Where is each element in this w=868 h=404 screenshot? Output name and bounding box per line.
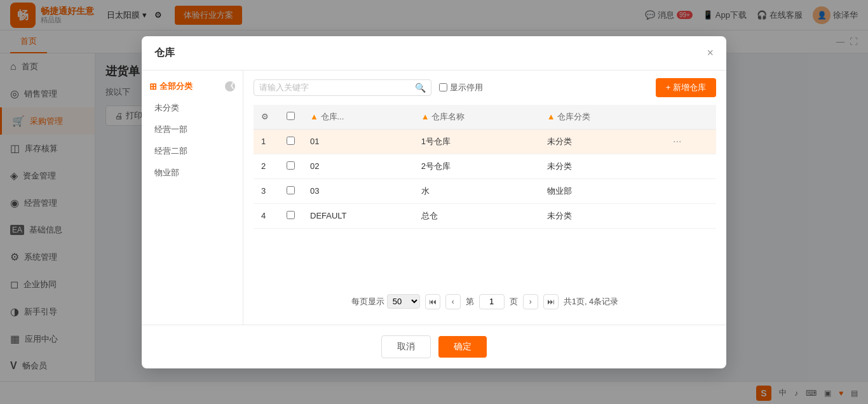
row1-checkbox-cell	[279, 129, 302, 154]
row1-more-btn[interactable]: ···	[673, 136, 681, 147]
table-toolbar: 🔍 显示停用 + 新增仓库	[254, 78, 716, 97]
collapse-btn[interactable]: 《	[225, 81, 235, 91]
table-panel: 🔍 显示停用 + 新增仓库 ⚙	[243, 71, 726, 325]
modal-header: 仓库 ×	[142, 36, 726, 71]
category-all-header[interactable]: ⊞ 全部分类 《	[142, 76, 243, 97]
row4-index: 4	[254, 203, 279, 228]
first-page-btn[interactable]: ⏮	[425, 294, 440, 309]
col-actions-header	[665, 105, 716, 130]
row2-index: 2	[254, 154, 279, 178]
next-page-btn[interactable]: ›	[523, 294, 538, 309]
warehouse-modal: 仓库 × ⊞ 全部分类 《 未分类 经营一部 经营二部 物业部	[142, 36, 726, 368]
table-row: 4 DEFAULT 总仓 未分类	[254, 203, 716, 228]
sort-icon: ▲	[310, 112, 318, 121]
table-header-row: ⚙ ▲ 仓库... ▲	[254, 105, 716, 130]
row1-actions: ···	[665, 129, 716, 154]
row2-checkbox[interactable]	[287, 161, 295, 170]
col-name-header[interactable]: ▲ 仓库名称	[414, 105, 539, 130]
row2-checkbox-cell	[279, 154, 302, 178]
category-all-label: 全部分类	[159, 81, 193, 92]
sort-icon2: ▲	[421, 112, 430, 121]
page-input[interactable]	[479, 294, 505, 309]
row2-actions	[665, 154, 716, 178]
search-box: 🔍	[254, 79, 431, 96]
page-size-selector: 每页显示 10 20 50 100	[351, 294, 420, 309]
cancel-btn[interactable]: 取消	[381, 335, 431, 358]
pagination: 每页显示 10 20 50 100 ⏮ ‹ 第 页 › ⏭	[254, 286, 716, 317]
row2-name: 2号仓库	[414, 154, 539, 178]
select-all-checkbox[interactable]	[287, 112, 295, 120]
code-col-label: 仓库...	[321, 112, 344, 121]
row3-actions	[665, 178, 716, 203]
table-row: 3 03 水 物业部	[254, 178, 716, 203]
category-item-property[interactable]: 物业部	[142, 162, 243, 184]
settings-header-icon[interactable]: ⚙	[261, 112, 269, 121]
col-settings-header: ⚙	[254, 105, 279, 130]
col-code-header[interactable]: ▲ 仓库...	[302, 105, 414, 130]
row4-checkbox[interactable]	[287, 211, 295, 219]
per-page-label: 每页显示	[351, 296, 384, 307]
row4-name: 总仓	[414, 203, 539, 228]
table-row: 2 02 2号仓库 未分类	[254, 154, 716, 178]
row3-name: 水	[414, 178, 539, 203]
row3-category: 物业部	[539, 178, 665, 203]
row2-code: 02	[302, 154, 414, 178]
row3-index: 3	[254, 178, 279, 203]
row1-code: 01	[302, 129, 414, 154]
show-disabled-checkbox[interactable]	[439, 83, 447, 91]
row4-code: DEFAULT	[302, 203, 414, 228]
grid-icon: ⊞	[149, 81, 157, 91]
category-item-ops2[interactable]: 经营二部	[142, 140, 243, 162]
total-records: 共1页, 4条记录	[564, 296, 619, 307]
modal-close-btn[interactable]: ×	[707, 47, 714, 58]
search-icon[interactable]: 🔍	[415, 83, 426, 93]
modal-footer: 取消 确定	[142, 325, 726, 368]
category-panel: ⊞ 全部分类 《 未分类 经营一部 经营二部 物业部	[142, 71, 243, 325]
modal-overlay: 仓库 × ⊞ 全部分类 《 未分类 经营一部 经营二部 物业部	[0, 0, 868, 404]
table-body: 1 01 1号仓库 未分类 ··· 2	[254, 129, 716, 228]
col-category-header[interactable]: ▲ 仓库分类	[539, 105, 665, 130]
row3-code: 03	[302, 178, 414, 203]
table-container: ⚙ ▲ 仓库... ▲	[254, 105, 716, 286]
row4-actions	[665, 203, 716, 228]
sort-icon3: ▲	[547, 112, 555, 121]
row3-checkbox[interactable]	[287, 186, 295, 194]
page-label-suffix: 页	[510, 296, 518, 307]
col-checkbox-header	[279, 105, 302, 130]
row1-category: 未分类	[539, 129, 665, 154]
row1-index: 1	[254, 129, 279, 154]
table-head: ⚙ ▲ 仓库... ▲	[254, 105, 716, 130]
confirm-btn[interactable]: 确定	[438, 336, 487, 358]
row1-checkbox[interactable]	[287, 137, 295, 145]
category-col-label: 仓库分类	[557, 112, 590, 121]
row4-checkbox-cell	[279, 203, 302, 228]
warehouse-table: ⚙ ▲ 仓库... ▲	[254, 105, 716, 229]
table-row: 1 01 1号仓库 未分类 ···	[254, 129, 716, 154]
row3-checkbox-cell	[279, 178, 302, 203]
category-item-unclassified[interactable]: 未分类	[142, 97, 243, 119]
category-item-ops1[interactable]: 经营一部	[142, 119, 243, 140]
per-page-select[interactable]: 10 20 50 100	[387, 294, 420, 309]
prev-page-btn[interactable]: ‹	[445, 294, 461, 309]
row4-category: 未分类	[539, 203, 665, 228]
show-disabled-label: 显示停用	[450, 82, 483, 93]
show-disabled-option: 显示停用	[439, 82, 483, 93]
page-label-prefix: 第	[466, 296, 474, 307]
name-col-label: 仓库名称	[431, 112, 465, 121]
modal-body: ⊞ 全部分类 《 未分类 经营一部 经营二部 物业部	[142, 71, 726, 325]
search-input[interactable]	[259, 83, 415, 92]
row2-category: 未分类	[539, 154, 665, 178]
modal-title: 仓库	[154, 46, 175, 60]
last-page-btn[interactable]: ⏭	[543, 294, 559, 309]
row1-name: 1号仓库	[414, 129, 539, 154]
add-warehouse-btn[interactable]: + 新增仓库	[656, 78, 716, 97]
